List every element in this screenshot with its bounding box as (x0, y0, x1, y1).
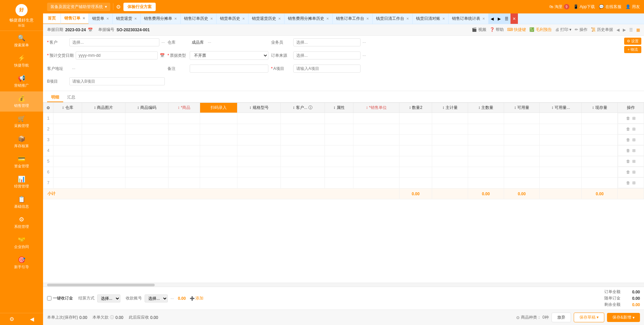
row-spec-2[interactable] (237, 124, 281, 134)
row-image-3[interactable] (82, 134, 125, 145)
col-qty2[interactable]: ↕ 数量2 (400, 103, 432, 113)
tab-expense-history[interactable]: 销售费用分摊单历史 ✕ (285, 13, 333, 24)
row-copy-4[interactable]: ⊞ (632, 148, 636, 153)
row-stock-4[interactable] (582, 145, 618, 156)
row-customer-code-2[interactable] (280, 124, 325, 134)
col-main-unit[interactable]: ↕ 主计量 (432, 103, 468, 113)
row-image-5[interactable] (82, 156, 125, 167)
row-code-6[interactable] (125, 167, 168, 177)
row-product-2[interactable] (168, 124, 200, 134)
row-stock-6[interactable] (582, 167, 618, 177)
row-stock-1[interactable] (582, 113, 618, 124)
profit-btn[interactable]: 💹 毛利预告 (529, 27, 552, 33)
row-delete-4[interactable]: 🗑 (626, 148, 630, 153)
row-main-qty-6[interactable] (468, 167, 504, 177)
row-warehouse-7[interactable] (53, 177, 82, 189)
col-attribute[interactable]: ↕ 属性 (325, 103, 353, 113)
plan-button[interactable]: 体验行业方案 (123, 3, 156, 11)
row-customer-code-5[interactable] (280, 156, 325, 167)
row-stock-3[interactable] (582, 134, 618, 145)
row-available2-6[interactable] (540, 167, 582, 177)
row-available2-4[interactable] (540, 145, 582, 156)
row-attribute-1[interactable] (325, 113, 353, 124)
tab-close-all[interactable]: ✕ (510, 13, 518, 24)
row-main-qty-5[interactable] (468, 156, 504, 167)
row-main-qty-4[interactable] (468, 145, 504, 156)
row-unit-1[interactable] (353, 113, 399, 124)
row-image-6[interactable] (82, 167, 125, 177)
row-customer-code-1[interactable] (280, 113, 325, 124)
topbar-gear-icon[interactable]: ⚙ (116, 4, 121, 10)
row-delete-3[interactable]: 🗑 (626, 137, 630, 142)
header-list-view[interactable]: ☰ (629, 28, 633, 32)
tab-close-order-stats[interactable]: ✕ (482, 17, 485, 21)
tab-sales-order[interactable]: 销售订单 ✕ (61, 13, 89, 24)
delivery-calendar-icon[interactable]: 📅 (160, 53, 165, 58)
tab-close-invoice-history[interactable]: ✕ (242, 17, 245, 21)
row-stock-2[interactable] (582, 124, 618, 134)
header-nav-prev[interactable]: ◀ (616, 28, 619, 32)
payment-method-select[interactable]: 选择... (97, 294, 120, 302)
save-draft-button[interactable]: 保存草稿 ▾ (574, 313, 604, 322)
account-select[interactable]: 选择... (145, 294, 168, 302)
row-spec-4[interactable] (237, 145, 281, 156)
sidebar-item-资金管理[interactable]: 💳资金管理 (0, 152, 43, 172)
a-project-input[interactable] (293, 65, 361, 73)
col-customer-code[interactable]: ↕ 客户... ⓘ (280, 103, 325, 113)
order-source-input[interactable] (293, 51, 361, 59)
row-code-5[interactable] (125, 156, 168, 167)
row-unit-4[interactable] (353, 145, 399, 156)
salesperson-dots[interactable]: ··· (363, 40, 366, 45)
tab-detail[interactable]: 明细 (47, 93, 63, 102)
row-copy-2[interactable]: ⊞ (632, 127, 636, 131)
row-product-5[interactable] (168, 156, 200, 167)
row-attribute-4[interactable] (325, 145, 353, 156)
row-available-2[interactable] (504, 124, 540, 134)
tab-close-sales-order[interactable]: ✕ (82, 16, 85, 20)
salesperson-input[interactable] (293, 38, 361, 46)
row-attribute-6[interactable] (325, 167, 353, 177)
customer-dots[interactable]: ··· (161, 40, 165, 45)
tab-home[interactable]: 首页 (43, 13, 61, 24)
tab-close-returns-history[interactable]: ✕ (278, 17, 281, 21)
row-main-unit-5[interactable] (432, 156, 468, 167)
row-delete-7[interactable]: 🗑 (626, 180, 630, 185)
row-unit-2[interactable] (353, 124, 399, 134)
row-qty2-5[interactable] (400, 156, 432, 167)
row-main-unit-6[interactable] (432, 167, 468, 177)
row-spec-3[interactable] (237, 134, 281, 145)
row-spec-1[interactable] (237, 113, 281, 124)
row-image-1[interactable] (82, 113, 125, 124)
discard-button[interactable]: 放弃 (552, 313, 571, 322)
row-delete-1[interactable]: 🗑 (626, 116, 630, 121)
tab-order-stats[interactable]: 销售订单统计表 ✕ (449, 13, 489, 24)
row-product-7[interactable] (168, 177, 200, 189)
row-available-6[interactable] (504, 167, 540, 177)
row-qty2-2[interactable] (400, 124, 432, 134)
row-image-2[interactable] (82, 124, 125, 134)
tab-close-expense-history[interactable]: ✕ (326, 17, 329, 21)
row-available-5[interactable] (504, 156, 540, 167)
sidebar-item-库存核算[interactable]: 📦库存核算 (0, 132, 43, 152)
row-customer-code-3[interactable] (280, 134, 325, 145)
tab-expense-split[interactable]: 销售费用分摊单 ✕ (141, 13, 181, 24)
sidebar-item-新手引导[interactable]: 🎯新手引导 (0, 253, 43, 273)
row-delete-6[interactable]: 🗑 (626, 170, 630, 174)
row-spec-5[interactable] (237, 156, 281, 167)
row-unit-6[interactable] (353, 167, 399, 177)
row-warehouse-1[interactable] (53, 113, 82, 124)
row-code-7[interactable] (125, 177, 168, 189)
tab-menu[interactable]: ☰ (503, 13, 510, 24)
tab-close-sales-invoice[interactable]: ✕ (106, 17, 109, 21)
col-unit[interactable]: ↕ *销售单位 (353, 103, 399, 113)
row-available-3[interactable] (504, 134, 540, 145)
tab-close-reconcile[interactable]: ✕ (442, 17, 445, 21)
tab-daily-clear[interactable]: 钱货日清工作台 ✕ (373, 13, 413, 24)
tab-close-order-workbench[interactable]: ✕ (366, 17, 369, 21)
calendar-icon[interactable]: 📅 (88, 28, 93, 32)
row-customer-code-6[interactable] (280, 167, 325, 177)
row-qty2-4[interactable] (400, 145, 432, 156)
row-qty2-7[interactable] (400, 177, 432, 189)
b-project-input[interactable] (69, 77, 165, 85)
account-dots[interactable]: ··· (171, 296, 174, 301)
